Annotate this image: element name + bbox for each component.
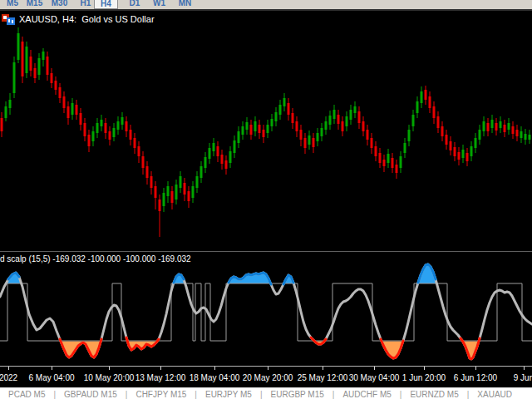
- time-label: 10 May 20:00: [84, 373, 135, 382]
- timeframe-button-W1[interactable]: W1: [150, 0, 169, 9]
- chart-tab-xauaud[interactable]: XAUAUD: [469, 390, 520, 399]
- time-tick: [374, 367, 375, 370]
- time-tick: [8, 367, 9, 370]
- chart-canvas[interactable]: [0, 0, 532, 399]
- chart-tab-eurnzd-m5[interactable]: EURNZD M5: [401, 390, 466, 399]
- time-tick: [109, 367, 110, 370]
- chart-tab-chfjpy-m15[interactable]: CHFJPY M15: [127, 390, 195, 399]
- time-label: 25 May 12:00: [298, 373, 348, 382]
- timeframe-button-D1[interactable]: D1: [126, 0, 144, 9]
- time-tick: [524, 367, 525, 370]
- timeframe-button-M5[interactable]: M5: [3, 0, 22, 9]
- chart-window-icon: [2, 13, 15, 25]
- time-tick: [160, 367, 161, 370]
- time-label: 6 May 04:00: [28, 373, 74, 382]
- chart-tab-audchf-m5[interactable]: AUDCHF M5: [334, 390, 399, 399]
- terminal-window: M5M15M30H1H4D1W1MN XAUUSD, H4: Gold vs U…: [0, 0, 532, 399]
- timeframe-button-M15[interactable]: M15: [23, 0, 46, 9]
- timeframe-button-H1[interactable]: H1: [76, 0, 95, 9]
- time-tick: [214, 367, 215, 370]
- axis-divider: [0, 366, 532, 367]
- time-label: 18 May 04:00: [190, 373, 240, 382]
- chart-tab-gbpaud-m15[interactable]: GBPAUD M15: [56, 390, 126, 399]
- time-tick: [52, 367, 52, 370]
- chart-tab-eurjpy-m5[interactable]: EURJPY M5: [197, 390, 260, 399]
- time-label: 6 Jun 12:00: [454, 373, 497, 382]
- timeframe-toolbar: M5M15M30H1H4D1W1MN: [0, 0, 532, 11]
- chart-tab-bar: PCAD M5|GBPAUD M15|CHFJPY M15|EURJPY M5|…: [0, 387, 532, 399]
- chart-title: XAUUSD, H4: Gold vs US Dollar: [19, 14, 155, 24]
- time-label: 1 Jun 20:00: [402, 373, 446, 382]
- time-tick: [268, 367, 268, 370]
- chart-title-row: XAUUSD, H4: Gold vs US Dollar: [2, 12, 155, 26]
- time-label: 20 May 20:00: [243, 373, 293, 382]
- time-label: 13 May 12:00: [135, 373, 186, 382]
- timeframe-button-M30[interactable]: M30: [48, 0, 71, 9]
- time-label: 30 May 04:00: [349, 373, 400, 382]
- time-tick: [424, 367, 425, 370]
- timeframe-button-H4[interactable]: H4: [94, 0, 118, 9]
- time-label: 2022: [0, 373, 17, 382]
- time-label: 9 Jun: [514, 373, 532, 382]
- time-tick: [323, 367, 323, 370]
- indicator-label: d scalp (15,5) -169.032 -100.000 -100.00…: [0, 254, 191, 264]
- pane-divider[interactable]: [0, 251, 532, 252]
- timeframe-button-MN[interactable]: MN: [175, 0, 195, 9]
- time-tick: [475, 367, 476, 370]
- chart-tab-eurgbp-m15[interactable]: EURGBP M15: [263, 390, 332, 399]
- chart-tab-pcad-m5[interactable]: PCAD M5: [0, 390, 53, 399]
